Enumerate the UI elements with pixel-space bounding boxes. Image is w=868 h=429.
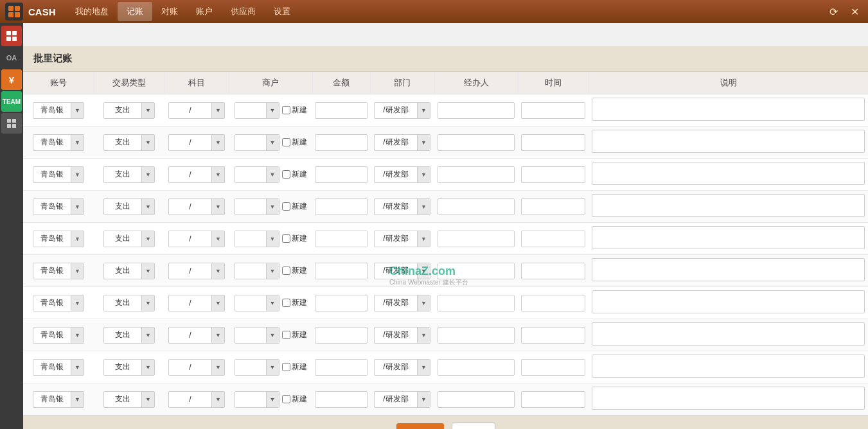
dept-arrow-3[interactable]: ▼ xyxy=(417,199,430,214)
subject-select-3[interactable]: / ▼ xyxy=(168,198,225,215)
subject-select-4[interactable]: / ▼ xyxy=(168,231,225,247)
dept-arrow-2[interactable]: ▼ xyxy=(417,167,430,182)
merchant-select-2[interactable]: ▼ xyxy=(235,166,279,183)
merchant-arrow-7[interactable]: ▼ xyxy=(266,328,279,343)
sidebar-icon-oa[interactable]: OA xyxy=(1,48,22,68)
account-select-4[interactable]: 青岛银 ▼ xyxy=(33,231,84,247)
time-input-1[interactable] xyxy=(521,134,585,151)
new-label-4[interactable]: 新建 xyxy=(292,233,307,244)
dept-select-5[interactable]: /研发部 ▼ xyxy=(374,263,430,279)
type-arrow-7[interactable]: ▼ xyxy=(141,328,154,343)
merchant-arrow-5[interactable]: ▼ xyxy=(266,263,279,279)
new-checkbox-1[interactable] xyxy=(282,138,290,146)
nav-item-shezhi[interactable]: 设置 xyxy=(265,2,299,21)
new-checkbox-8[interactable] xyxy=(282,363,290,371)
subject-arrow-9[interactable]: ▼ xyxy=(211,392,224,407)
dept-select-3[interactable]: /研发部 ▼ xyxy=(374,198,430,215)
merchant-select-0[interactable]: ▼ xyxy=(235,102,279,119)
subject-arrow-1[interactable]: ▼ xyxy=(211,135,224,150)
desc-textarea-5[interactable] xyxy=(592,258,865,281)
amount-input-5[interactable] xyxy=(315,263,368,279)
merchant-arrow-6[interactable]: ▼ xyxy=(266,295,279,311)
handler-input-1[interactable] xyxy=(438,134,515,151)
new-label-2[interactable]: 新建 xyxy=(292,169,307,180)
type-select-6[interactable]: 支出 ▼ xyxy=(103,295,155,311)
new-checkbox-4[interactable] xyxy=(282,234,290,243)
account-arrow-1[interactable]: ▼ xyxy=(71,135,84,150)
merchant-arrow-2[interactable]: ▼ xyxy=(266,167,279,182)
subject-select-8[interactable]: / ▼ xyxy=(168,359,225,376)
handler-input-2[interactable] xyxy=(438,166,515,183)
refresh-button[interactable]: ⟳ xyxy=(826,4,842,19)
account-select-3[interactable]: 青岛银 ▼ xyxy=(33,198,84,215)
dept-arrow-4[interactable]: ▼ xyxy=(417,231,430,247)
merchant-select-4[interactable]: ▼ xyxy=(235,231,279,247)
subject-arrow-6[interactable]: ▼ xyxy=(211,295,224,311)
dept-select-1[interactable]: /研发部 ▼ xyxy=(374,134,430,151)
amount-input-6[interactable] xyxy=(315,295,368,311)
desc-textarea-2[interactable] xyxy=(592,162,865,185)
new-label-6[interactable]: 新建 xyxy=(292,297,307,308)
type-arrow-9[interactable]: ▼ xyxy=(141,392,154,407)
handler-input-5[interactable] xyxy=(438,263,515,279)
type-arrow-6[interactable]: ▼ xyxy=(141,295,154,311)
type-arrow-3[interactable]: ▼ xyxy=(141,199,154,214)
nav-item-duizhang[interactable]: 对账 xyxy=(152,2,187,21)
desc-textarea-3[interactable] xyxy=(592,194,865,217)
dept-arrow-8[interactable]: ▼ xyxy=(417,360,430,375)
back-button[interactable]: 返回 xyxy=(452,423,495,429)
nav-item-zhanghu[interactable]: 账户 xyxy=(187,2,222,21)
time-input-6[interactable] xyxy=(521,295,585,311)
account-arrow-7[interactable]: ▼ xyxy=(71,328,84,343)
account-select-1[interactable]: 青岛银 ▼ xyxy=(33,134,84,151)
amount-input-9[interactable] xyxy=(315,391,368,408)
new-checkbox-2[interactable] xyxy=(282,170,290,179)
dept-arrow-6[interactable]: ▼ xyxy=(417,295,430,311)
subject-arrow-3[interactable]: ▼ xyxy=(211,199,224,214)
merchant-select-5[interactable]: ▼ xyxy=(235,263,279,279)
dept-arrow-5[interactable]: ▼ xyxy=(417,263,430,279)
new-label-5[interactable]: 新建 xyxy=(292,265,307,276)
nav-item-jizhang[interactable]: 记账 xyxy=(118,2,152,21)
amount-input-1[interactable] xyxy=(315,134,368,151)
account-select-0[interactable]: 青岛银 ▼ xyxy=(33,102,84,119)
type-arrow-1[interactable]: ▼ xyxy=(141,135,154,150)
type-select-3[interactable]: 支出 ▼ xyxy=(103,198,155,215)
amount-input-3[interactable] xyxy=(315,198,368,215)
dept-select-2[interactable]: /研发部 ▼ xyxy=(374,166,430,183)
merchant-select-6[interactable]: ▼ xyxy=(235,295,279,311)
subject-select-5[interactable]: / ▼ xyxy=(168,263,225,279)
account-arrow-3[interactable]: ▼ xyxy=(71,199,84,214)
type-select-0[interactable]: 支出 ▼ xyxy=(103,102,155,119)
account-arrow-0[interactable]: ▼ xyxy=(71,103,84,118)
time-input-4[interactable] xyxy=(521,231,585,247)
amount-input-0[interactable] xyxy=(315,102,368,119)
handler-input-7[interactable] xyxy=(438,327,515,344)
dept-arrow-9[interactable]: ▼ xyxy=(417,392,430,407)
new-label-3[interactable]: 新建 xyxy=(292,201,307,212)
desc-textarea-4[interactable] xyxy=(592,226,865,249)
subject-select-0[interactable]: / ▼ xyxy=(168,102,225,119)
account-arrow-8[interactable]: ▼ xyxy=(71,360,84,375)
time-input-2[interactable] xyxy=(521,166,585,183)
desc-textarea-7[interactable] xyxy=(592,322,865,346)
dept-arrow-0[interactable]: ▼ xyxy=(417,103,430,118)
sidebar-icon-grid[interactable] xyxy=(1,113,22,134)
merchant-arrow-8[interactable]: ▼ xyxy=(266,360,279,375)
subject-arrow-7[interactable]: ▼ xyxy=(211,328,224,343)
handler-input-3[interactable] xyxy=(438,198,515,215)
time-input-3[interactable] xyxy=(521,198,585,215)
merchant-arrow-1[interactable]: ▼ xyxy=(266,135,279,150)
dept-select-8[interactable]: /研发部 ▼ xyxy=(374,359,430,376)
time-input-9[interactable] xyxy=(521,391,585,408)
dept-select-6[interactable]: /研发部 ▼ xyxy=(374,295,430,311)
close-button[interactable]: ✕ xyxy=(847,4,863,19)
dept-select-4[interactable]: /研发部 ▼ xyxy=(374,231,430,247)
type-select-4[interactable]: 支出 ▼ xyxy=(103,231,155,247)
merchant-select-8[interactable]: ▼ xyxy=(235,359,279,376)
subject-arrow-4[interactable]: ▼ xyxy=(211,231,224,247)
desc-textarea-9[interactable] xyxy=(592,387,865,410)
subject-select-9[interactable]: / ▼ xyxy=(168,391,225,408)
account-select-6[interactable]: 青岛银 ▼ xyxy=(33,295,84,311)
subject-select-2[interactable]: / ▼ xyxy=(168,166,225,183)
